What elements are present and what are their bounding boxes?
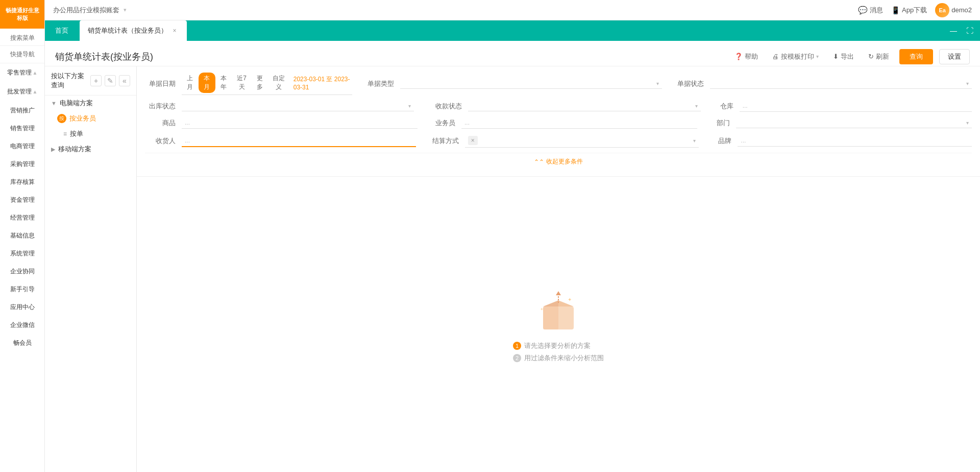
date-this-year[interactable]: 本年 bbox=[215, 73, 232, 93]
sidebar-item-appstore[interactable]: 应用中心 bbox=[0, 298, 44, 316]
tab-maximize-button[interactable]: ⛶ bbox=[964, 25, 976, 37]
filter-row-2: 出库状态 ▾ 收款状态 ▾ 仓库 ... bbox=[145, 100, 972, 112]
tree-item-by-salesperson-label: 按业务员 bbox=[69, 114, 96, 123]
tab-close-button[interactable]: × bbox=[170, 27, 179, 35]
svg-text:✦: ✦ bbox=[540, 307, 544, 312]
export-button[interactable]: ⬇ 导出 bbox=[829, 50, 858, 63]
date-more[interactable]: 更多 bbox=[251, 73, 268, 93]
tree-item-by-order[interactable]: ≡ 按单 bbox=[45, 126, 136, 141]
sidebar-item-purchase[interactable]: 采购管理 bbox=[0, 155, 44, 173]
date-this-month[interactable]: 本月 bbox=[199, 73, 215, 93]
top-header: 办公用品行业模拟账套 ▾ 💬 消息 📱 App下载 Ea demo2 bbox=[45, 0, 980, 20]
print-button[interactable]: 🖨 按模板打印 ▾ bbox=[768, 50, 823, 63]
goods-placeholder: ... bbox=[185, 119, 190, 126]
collapse-conditions-button[interactable]: ⌃⌃ 收起更多条件 bbox=[145, 153, 972, 170]
export-icon: ⬇ bbox=[833, 53, 839, 60]
sidebar-item-marketing[interactable]: 营销推广 bbox=[0, 101, 44, 119]
sidebar-item-system[interactable]: 系统管理 bbox=[0, 244, 44, 262]
sidebar-item-wechat-work[interactable]: 企业微信 bbox=[0, 316, 44, 334]
query-button[interactable]: 查询 bbox=[899, 49, 933, 64]
department-arrow-icon: ▾ bbox=[966, 120, 969, 126]
receipt-status-dropdown[interactable]: ▾ bbox=[468, 101, 700, 111]
receiver-label: 收货人 bbox=[145, 136, 176, 146]
industry-label: 办公用品行业模拟账套 bbox=[53, 6, 119, 15]
sidebar-item-basic[interactable]: 基础信息 bbox=[0, 226, 44, 244]
empty-illustration: ✦ ✦ bbox=[533, 286, 584, 337]
tab-home[interactable]: 首页 bbox=[45, 20, 79, 41]
left-panel: 按以下方案查询 + ✎ « ▼ 电脑端方案 按 按业务员 bbox=[45, 66, 137, 472]
right-panel: 单据日期 上月 本月 本年 近7天 更多 自定义 2023-03-01 至 20… bbox=[137, 66, 980, 472]
sidebar-shortcut[interactable]: 快捷导航 bbox=[0, 46, 44, 63]
payment-tag-remove[interactable]: × bbox=[471, 137, 475, 144]
sidebar-item-retail[interactable]: 零售管理 ▲ bbox=[0, 63, 44, 82]
sidebar-item-newbie[interactable]: 新手引导 bbox=[0, 280, 44, 298]
doc-type-arrow-icon: ▾ bbox=[656, 81, 659, 86]
sidebar-item-finance[interactable]: 资金管理 bbox=[0, 191, 44, 208]
sidebar-item-sales[interactable]: 销售管理 bbox=[0, 119, 44, 137]
salesperson-input[interactable]: ... bbox=[461, 117, 697, 129]
collapse-panel-button[interactable]: « bbox=[119, 75, 130, 86]
svg-marker-7 bbox=[556, 291, 561, 295]
sidebar-logo: 畅捷通好生意 标版 bbox=[0, 0, 44, 29]
department-dropdown[interactable]: ▾ bbox=[736, 118, 972, 128]
refresh-button[interactable]: ↻ 刷新 bbox=[864, 50, 893, 63]
filter-area: 单据日期 上月 本月 本年 近7天 更多 自定义 2023-03-01 至 20… bbox=[137, 66, 980, 177]
print-label: 按模板打印 bbox=[781, 52, 814, 61]
receipt-status-arrow-icon: ▾ bbox=[695, 103, 698, 109]
user-profile[interactable]: Ea demo2 bbox=[935, 3, 972, 17]
sidebar-item-wholesale[interactable]: 批发管理 ▲ bbox=[0, 82, 44, 101]
sidebar-item-member[interactable]: 畅会员 bbox=[0, 334, 44, 351]
add-scheme-button[interactable]: + bbox=[90, 75, 102, 86]
page-title: 销货单统计表(按业务员) bbox=[55, 51, 153, 63]
user-avatar: Ea bbox=[935, 3, 949, 17]
salesperson-placeholder: ... bbox=[464, 119, 470, 126]
industry-dropdown-icon[interactable]: ▾ bbox=[124, 7, 127, 13]
order-icon: ≡ bbox=[63, 130, 67, 137]
help-button[interactable]: ❓ 帮助 bbox=[730, 50, 762, 63]
department-label: 部门 bbox=[709, 119, 730, 128]
edit-scheme-button[interactable]: ✎ bbox=[105, 75, 116, 86]
tip-num-2: 2 bbox=[513, 354, 521, 362]
empty-tip-1: 1 请先选择要分析的方案 bbox=[513, 341, 604, 350]
settings-button[interactable]: 设置 bbox=[939, 49, 970, 64]
message-button[interactable]: 💬 消息 bbox=[858, 6, 883, 15]
sidebar-item-marketing-label: 营销推广 bbox=[10, 106, 35, 115]
tree-section-mobile-label: 移动端方案 bbox=[58, 145, 91, 154]
tree-section-pc[interactable]: ▼ 电脑端方案 bbox=[45, 96, 136, 111]
sidebar-item-retail-label: 零售管理 bbox=[7, 68, 32, 77]
receiver-input[interactable]: ... bbox=[182, 135, 416, 147]
goods-input[interactable]: ... bbox=[182, 117, 418, 129]
app-download-button[interactable]: 📱 App下载 bbox=[891, 6, 927, 15]
tab-active[interactable]: 销货单统计表（按业务员） × bbox=[80, 20, 187, 41]
doc-type-dropdown[interactable]: ▾ bbox=[400, 79, 662, 89]
out-status-dropdown[interactable]: ▾ bbox=[182, 101, 414, 111]
date-last7[interactable]: 近7天 bbox=[232, 73, 252, 93]
sidebar-item-corp-collab[interactable]: 企业协同 bbox=[0, 262, 44, 280]
sidebar-item-management[interactable]: 经营管理 bbox=[0, 208, 44, 226]
svg-rect-3 bbox=[543, 306, 558, 329]
doc-type-label: 单据类型 bbox=[358, 79, 394, 88]
left-panel-actions: + ✎ « bbox=[90, 75, 130, 86]
sidebar-item-system-label: 系统管理 bbox=[10, 249, 35, 258]
doc-status-dropdown[interactable]: ▾ bbox=[710, 79, 972, 89]
warehouse-input[interactable]: ... bbox=[740, 100, 972, 112]
tree-item-by-salesperson[interactable]: 按 按业务员 bbox=[45, 111, 136, 126]
sidebar-search[interactable]: 搜索菜单 bbox=[0, 29, 44, 46]
brand-input[interactable]: ... bbox=[738, 135, 972, 147]
sidebar-item-wholesale-label: 批发管理 bbox=[7, 87, 32, 96]
sidebar-item-inventory[interactable]: 库存核算 bbox=[0, 173, 44, 191]
brand-label: 品牌 bbox=[711, 136, 731, 146]
sidebar-item-ecommerce[interactable]: 电商管理 bbox=[0, 137, 44, 155]
tab-minimize-button[interactable]: — bbox=[947, 25, 960, 37]
refresh-icon: ↻ bbox=[868, 53, 874, 60]
sidebar-item-management-label: 经营管理 bbox=[10, 214, 35, 222]
date-custom[interactable]: 自定义 bbox=[268, 73, 289, 93]
payment-dropdown[interactable]: × ▾ bbox=[465, 134, 699, 148]
goods-label: 商品 bbox=[145, 119, 176, 128]
tab-bar: 首页 销货单统计表（按业务员） × — ⛶ bbox=[45, 20, 980, 41]
tip-num-1: 1 bbox=[513, 342, 521, 350]
tree-section-mobile[interactable]: ▶ 移动端方案 bbox=[45, 141, 136, 157]
mobile-icon: 📱 bbox=[891, 6, 900, 14]
date-last-month[interactable]: 上月 bbox=[182, 73, 199, 93]
tip-1-text: 请先选择要分析的方案 bbox=[524, 341, 591, 350]
